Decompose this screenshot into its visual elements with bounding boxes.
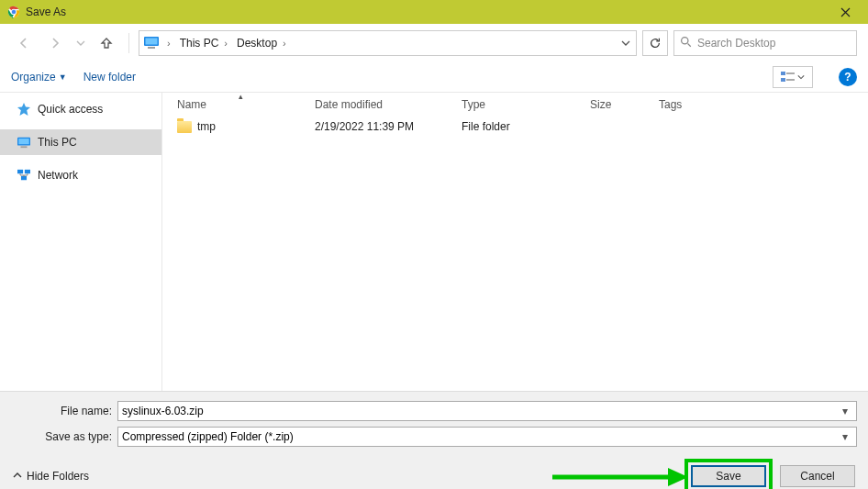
- filename-input[interactable]: [122, 405, 838, 417]
- column-label: Name: [177, 98, 206, 111]
- search-input[interactable]: [697, 37, 851, 50]
- filename-label: File name:: [11, 405, 112, 417]
- help-button[interactable]: ?: [839, 68, 857, 86]
- file-name: tmp: [197, 120, 216, 133]
- app-icon: [7, 6, 20, 18]
- folder-icon: [177, 121, 192, 133]
- annotation-arrow: [551, 465, 688, 489]
- column-label: Type: [462, 98, 485, 111]
- monitor-icon: [17, 136, 31, 149]
- filename-field[interactable]: ▾: [117, 401, 857, 421]
- breadcrumb-desktop[interactable]: Desktop›: [233, 32, 290, 54]
- nav-label: This PC: [38, 136, 77, 149]
- column-tags[interactable]: Tags: [653, 93, 727, 117]
- back-button[interactable]: [11, 30, 37, 56]
- chevron-up-icon: [13, 470, 22, 483]
- nav-network[interactable]: Network: [0, 162, 161, 188]
- title-bar: Save As: [0, 0, 868, 24]
- column-label: Tags: [659, 98, 682, 111]
- search-box[interactable]: [673, 30, 857, 56]
- network-icon: [17, 169, 31, 182]
- svg-rect-13: [21, 146, 28, 148]
- refresh-button[interactable]: [642, 30, 668, 56]
- svg-rect-7: [781, 72, 785, 75]
- svg-rect-10: [786, 79, 795, 81]
- annotation-highlight: Save: [684, 459, 773, 489]
- breadcrumb-separator[interactable]: ›: [161, 32, 174, 54]
- command-bar: Organize ▼ New folder ?: [0, 62, 868, 92]
- save-type-field[interactable]: Compressed (zipped) Folder (*.zip) ▾: [117, 427, 857, 447]
- nav-quick-access[interactable]: Quick access: [0, 96, 161, 122]
- caret-down-icon: ▼: [59, 72, 67, 82]
- hide-folders-label: Hide Folders: [27, 470, 89, 483]
- organize-label: Organize: [11, 71, 56, 83]
- column-date[interactable]: Date modified: [309, 93, 456, 117]
- separator: [128, 33, 129, 53]
- view-options-button[interactable]: [773, 66, 813, 88]
- organize-menu[interactable]: Organize ▼: [11, 71, 67, 83]
- breadcrumb-label: This PC: [180, 37, 219, 50]
- svg-rect-14: [17, 170, 23, 173]
- search-icon: [680, 36, 692, 50]
- breadcrumb-label: Desktop: [237, 37, 277, 50]
- nav-this-pc[interactable]: This PC: [0, 129, 161, 155]
- close-button[interactable]: [826, 0, 864, 24]
- column-label: Date modified: [315, 98, 383, 111]
- up-button[interactable]: [94, 30, 119, 56]
- save-type-label: Save as type:: [11, 430, 112, 443]
- svg-rect-5: [148, 47, 155, 49]
- nav-label: Network: [38, 169, 78, 182]
- column-type[interactable]: Type: [456, 93, 584, 117]
- window-title: Save As: [26, 6, 66, 18]
- view-icon: [781, 72, 796, 83]
- svg-rect-9: [781, 78, 785, 82]
- breadcrumb-this-pc[interactable]: This PC›: [176, 32, 231, 54]
- svg-rect-4: [146, 38, 158, 44]
- address-dropdown[interactable]: [618, 32, 634, 54]
- recent-locations-button[interactable]: [73, 30, 88, 56]
- cancel-label: Cancel: [800, 470, 834, 483]
- this-pc-icon: [143, 35, 160, 52]
- address-bar[interactable]: › This PC› Desktop›: [139, 30, 637, 56]
- sort-indicator-icon: ▴: [239, 92, 243, 101]
- save-label: Save: [716, 470, 740, 483]
- navigation-pane: Quick access This PC Network: [0, 93, 162, 391]
- star-icon: [17, 102, 31, 117]
- svg-point-6: [682, 38, 688, 44]
- file-list-pane: ▴ Name Date modified Type Size Tags tmp …: [162, 93, 868, 391]
- new-folder-button[interactable]: New folder: [83, 71, 136, 83]
- nav-bar: › This PC› Desktop›: [0, 24, 868, 62]
- column-headers: ▴ Name Date modified Type Size Tags: [162, 93, 868, 117]
- column-label: Size: [590, 98, 611, 111]
- caret-down-icon: [797, 73, 805, 81]
- forward-button[interactable]: [42, 30, 68, 56]
- hide-folders-button[interactable]: Hide Folders: [13, 470, 89, 483]
- dialog-footer: Hide Folders Save Cancel: [0, 456, 868, 489]
- new-folder-label: New folder: [83, 71, 136, 83]
- svg-rect-8: [786, 72, 795, 74]
- svg-rect-15: [25, 170, 30, 173]
- file-row[interactable]: tmp 2/19/2022 11:39 PM File folder: [162, 117, 868, 137]
- column-name[interactable]: ▴ Name: [172, 93, 309, 117]
- main-content: Quick access This PC Network ▴ Name Date…: [0, 92, 868, 391]
- file-date: 2/19/2022 11:39 PM: [315, 120, 414, 133]
- dropdown-icon[interactable]: ▾: [838, 405, 852, 417]
- cancel-button[interactable]: Cancel: [780, 465, 855, 487]
- file-type: File folder: [462, 120, 510, 133]
- dropdown-icon[interactable]: ▾: [838, 430, 852, 443]
- save-form: File name: ▾ Save as type: Compressed (z…: [0, 391, 868, 456]
- nav-label: Quick access: [38, 103, 103, 116]
- column-size[interactable]: Size: [584, 93, 653, 117]
- save-button[interactable]: Save: [691, 465, 766, 487]
- svg-rect-12: [18, 139, 28, 144]
- save-type-value: Compressed (zipped) Folder (*.zip): [122, 430, 838, 443]
